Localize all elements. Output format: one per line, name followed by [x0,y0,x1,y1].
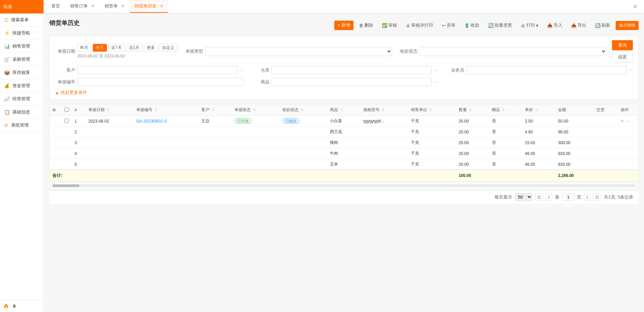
import-button[interactable]: 📥 导入 [544,21,566,30]
warehouse-more-icon[interactable]: ··· [434,67,438,73]
select-all-checkbox[interactable] [64,107,69,112]
pause-icon[interactable]: ⏸ [12,304,17,309]
row-checkbox[interactable] [64,119,69,123]
cell-trade [594,148,618,159]
date-btn-custom[interactable]: 自定义 [159,44,177,52]
more-btn[interactable]: ⋯ [626,119,631,124]
date-btn-1month[interactable]: 近1月 [126,44,143,52]
date-btn-today[interactable]: 今天 [93,44,107,52]
sidebar-item-label: 经营管理 [12,96,30,102]
new-button[interactable]: + 新增 [334,21,354,30]
cell-gear [50,116,62,127]
filter-panel: 单据日期 昨天 今天 近7天 近1月 更多 自定义 2023-06-02 至 2… [49,36,639,100]
sidebar-item-stock-calc[interactable]: 📦 库存核算 [0,66,44,79]
cell-amount: 96.00 [555,127,593,137]
last-page-btn[interactable]: ⟩⟩ [593,193,601,201]
window-close-btn[interactable]: ✕ [629,3,641,10]
customer-input[interactable] [77,66,237,74]
sidebar-item-sales-mgmt[interactable]: 📊 销售管理 [0,40,44,53]
cell-paystatus [280,159,328,170]
tab-sales-history-close[interactable]: ✕ [160,4,163,8]
sidebar-item-sys-mgmt[interactable]: ⚙ 系统管理 [0,119,44,132]
next-page-btn[interactable]: ⟩ [584,193,590,201]
salesperson-input[interactable] [466,66,626,74]
horizontal-scrollbar[interactable] [52,184,636,187]
th-docno[interactable]: 单据编号 ⇅ [134,104,199,116]
cell-spec [361,137,409,148]
th-op: 操作 [618,104,638,116]
sidebar-item-search-menu[interactable]: ☰ 搜索菜单 [0,14,44,27]
import-icon: 📥 [547,23,553,28]
cell-op [618,137,638,148]
sidebar-item-basic-info[interactable]: 📋 基础信息 [0,106,44,119]
cell-trade [594,127,618,137]
cell-goods: 玉米 [327,159,360,170]
sidebar-item-fund-mgmt[interactable]: 💰 资金管理 [0,79,44,93]
audit-button[interactable]: ✅ 审核 [379,21,400,30]
docno-input[interactable] [77,78,244,86]
abandon-button[interactable]: ↩ 弃审 [439,21,459,30]
edit-btn[interactable]: ✎ [621,119,624,124]
tab-sales-history[interactable]: 销货单历史 ✕ [130,0,168,13]
sidebar-footer: 🔥 ⏸ [0,300,44,312]
docno-link[interactable]: SA-20230602-0 [136,119,167,124]
th-docstatus[interactable]: 单据状态 ⇅ [232,104,280,116]
th-gear[interactable]: ⚙ [50,104,62,116]
audit-print-button[interactable]: 🖨 审核并打印 [402,21,437,30]
docno-label: 单据编号 [55,79,75,85]
query-button[interactable]: 查询 [612,40,633,50]
sidebar-item-label: 基础信息 [12,109,30,115]
sidebar-item-quick-nav[interactable]: ⚡ 快捷导航 [0,27,44,40]
content-area: 销货单历史 + 新增 🗑 删除 ✅ 审核 🖨 审核并打印 ↩ [44,14,644,312]
refresh-button[interactable]: 🔃 刷新 [592,21,614,30]
th-customer[interactable]: 客户 ⇅ [199,104,232,116]
salesperson-more-icon[interactable]: ··· [628,67,633,73]
setting-button[interactable]: 设置 [612,52,633,62]
th-spec[interactable]: 规格型号 ⇅ [361,104,409,116]
doc-type-select[interactable] [205,47,392,56]
th-paystatus[interactable]: 收款状态 ⇅ [280,104,328,116]
fire-icon[interactable]: 🔥 [3,304,9,309]
sidebar-item-ops-mgmt[interactable]: 📈 经营管理 [0,93,44,106]
tab-sales-order-close[interactable]: ✕ [91,4,94,8]
th-price[interactable]: 单价 ⇅ [522,104,555,116]
date-btn-more[interactable]: 更多 [144,44,158,52]
date-btn-7days[interactable]: 近7天 [108,44,125,52]
sales-mgmt-icon: 📊 [4,44,10,49]
sidebar-item-purchase-mgmt[interactable]: 🛒 采购管理 [0,53,44,66]
date-btn-yesterday[interactable]: 昨天 [77,44,91,52]
show-detail-button[interactable]: 显示明细 [616,21,639,30]
th-goods[interactable]: 商品 ⇅ [327,104,360,116]
page-number-input[interactable] [562,193,574,201]
tab-sales-goods-close[interactable]: ✕ [121,4,124,8]
payment-status-select[interactable] [420,47,607,56]
th-date[interactable]: 单据日期 ⇅ [86,104,134,116]
warehouse-input[interactable] [272,66,432,74]
th-qty[interactable]: 数量 ⇅ [456,104,489,116]
cell-gift: 否 [489,159,522,170]
prev-page-btn[interactable]: ⟨ [546,193,552,201]
stock-calc-icon: 📦 [4,70,10,75]
delete-button[interactable]: 🗑 删除 [356,21,376,30]
goods-more-icon[interactable]: ··· [434,79,438,85]
goods-input[interactable] [272,78,432,86]
per-page-select[interactable]: 50 20 100 [515,193,532,201]
tab-sales-goods[interactable]: 销货单 ✕ [100,0,129,13]
collect-button[interactable]: 💲 收款 [461,21,483,30]
cell-spec [361,127,409,137]
th-gift[interactable]: 赠品 ⇅ [489,104,522,116]
cell-trade [594,137,618,148]
tab-sales-order[interactable]: 销售订单 ✕ [65,0,99,13]
print-button[interactable]: 🖨 打印 ▾ [517,21,542,30]
batch-change-button[interactable]: 🔄 批量变更 [485,21,515,30]
collapse-filter-btn[interactable]: ▲ 收起更多条件 [55,89,633,96]
doc-status-badge: 已生效 [234,118,252,124]
cell-op [618,148,638,159]
th-unit[interactable]: 销售单位 ⇅ [408,104,456,116]
tab-home[interactable]: 首页 [47,0,65,13]
first-page-btn[interactable]: ⟨⟨ [535,193,543,201]
cell-no: 5 [72,159,86,170]
export-button[interactable]: 📤 导出 [568,21,590,30]
cell-docno [134,148,199,159]
customer-more-icon[interactable]: ··· [240,67,244,73]
